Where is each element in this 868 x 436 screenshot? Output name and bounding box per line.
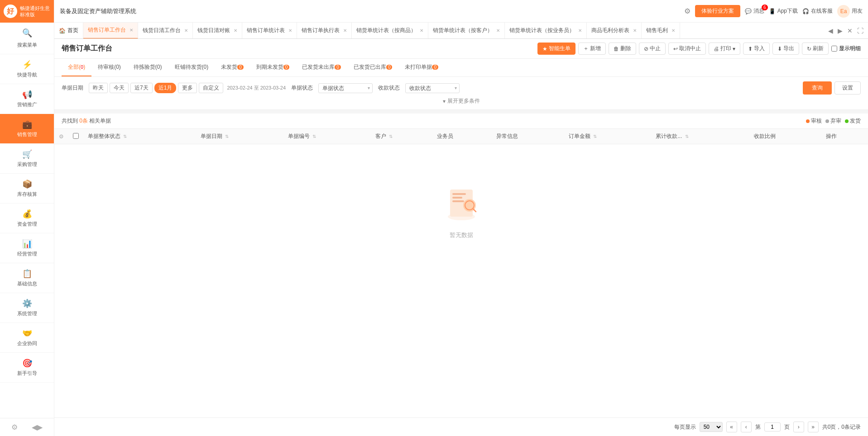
date-btn-custom[interactable]: 自定义 (199, 83, 223, 93)
date-range-display: 2023-02-24 至 2023-03-24 (227, 85, 286, 91)
sub-tab-pending-inspect[interactable]: 待拣验货(0) (127, 59, 168, 76)
online-service-btn[interactable]: 🎧 在线客服 (802, 7, 833, 15)
tab-sales-revenue[interactable]: 销售毛利 ✕ (642, 23, 680, 39)
sidebar-item-guide[interactable]: 🎯 新手引导 (0, 353, 54, 383)
user-menu-btn[interactable]: Ea 用友 (837, 5, 863, 18)
delete-button[interactable]: 🗑 删除 (609, 43, 636, 55)
tab-close-sales-stat-customer[interactable]: ✕ (496, 28, 500, 33)
svg-line-7 (473, 209, 476, 212)
tab-sales-stat-staff[interactable]: 销货单统计表（按业务员） ✕ (505, 23, 587, 39)
sidebar-item-inventory[interactable]: 📦 库存核算 (0, 174, 54, 204)
sub-tab-overdue-not-shipped[interactable]: 到期未发货0 (250, 59, 296, 76)
tab-sales-stat-customer[interactable]: 销货单统计表（按客户） ✕ (428, 23, 505, 39)
show-detail-checkbox[interactable] (831, 46, 837, 52)
page-size-select[interactable]: 50 10 20 100 (700, 422, 723, 432)
sidebar-logo: 好 畅捷通好生意 标准版 (0, 0, 54, 23)
date-btn-yesterday[interactable]: 昨天 (89, 83, 108, 93)
sub-tab-shipped-not-out[interactable]: 已发货未出库0 (296, 59, 347, 76)
page-number-input[interactable] (764, 422, 781, 431)
sub-tab-pending-review[interactable]: 待审核(0) (91, 59, 127, 76)
last-page-btn[interactable]: » (808, 422, 819, 432)
tab-cash-daily[interactable]: 钱货日清工作台 ✕ (138, 23, 193, 39)
audit-action-btn[interactable]: 审核 (806, 117, 822, 125)
th-checkbox[interactable] (68, 129, 83, 144)
payment-select[interactable]: 收款状态 (405, 83, 460, 93)
set-button[interactable]: 设置 (834, 81, 861, 95)
tab-sales-stat[interactable]: 销售订单统计表 ✕ (242, 23, 297, 39)
sidebar-item-search[interactable]: 🔍 搜索菜单 (0, 23, 54, 54)
expand-filter-row: ▾ 展开更多条件 (62, 97, 861, 105)
tab-close-sales-order[interactable]: ✕ (129, 28, 133, 33)
cancel-stop-button[interactable]: ↩ 取消中止 (668, 43, 706, 55)
tab-close-sales-stat-product[interactable]: ✕ (420, 28, 423, 33)
sort-date-icon[interactable]: ⇅ (225, 134, 229, 139)
solution-button[interactable]: 体验行业方案 (695, 5, 740, 17)
sub-tab-all[interactable]: 全部(0) (62, 59, 91, 76)
settings-icon[interactable]: ⚙ (684, 7, 691, 15)
tab-close-sales-exec[interactable]: ✕ (343, 28, 347, 33)
sub-tab-shipped-out[interactable]: 已发货已出库0 (347, 59, 399, 76)
sub-tab-wangpu-pending[interactable]: 旺铺待发货(0) (168, 59, 215, 76)
date-btn-today[interactable]: 今天 (110, 83, 129, 93)
smart-create-button[interactable]: ★ 智能生单 (537, 43, 575, 55)
ship-action-btn[interactable]: 发货 (845, 117, 861, 125)
tab-close-sales-stat-staff[interactable]: ✕ (578, 28, 582, 33)
date-btn-more[interactable]: 更多 (178, 83, 197, 93)
sort-customer-icon[interactable]: ⇅ (389, 134, 393, 139)
table-scroll-container[interactable]: ⚙ 单据整体状态 ⇅ 单据日期 ⇅ (54, 129, 868, 275)
th-settings[interactable]: ⚙ (54, 129, 68, 144)
sidebar-item-system[interactable]: ⚙️ 系统管理 (0, 293, 54, 323)
sidebar-settings-btn[interactable]: ⚙ (11, 423, 18, 431)
print-button[interactable]: 🖨 打印 ▾ (709, 43, 740, 55)
tab-close-all-btn[interactable]: ✕ (845, 26, 854, 35)
status-select[interactable]: 单据状态 (318, 83, 373, 93)
tab-close-gross-margin[interactable]: ✕ (633, 28, 637, 33)
expand-filter-btn[interactable]: ▾ 展开更多条件 (443, 97, 480, 105)
tab-cash-reconcile[interactable]: 钱货日清对账 ✕ (193, 23, 242, 39)
sub-tab-not-shipped[interactable]: 未发货0 (215, 59, 250, 76)
show-detail-toggle[interactable]: 显示明细 (831, 45, 861, 52)
tab-close-sales-revenue[interactable]: ✕ (671, 28, 675, 33)
tab-sales-stat-product[interactable]: 销货单统计表（按商品） ✕ (352, 23, 428, 39)
sort-status-icon[interactable]: ⇅ (123, 134, 127, 139)
sidebar-collapse-btn[interactable]: ◀▶ (32, 423, 43, 431)
date-btn-7days[interactable]: 近7天 (130, 83, 153, 93)
sidebar-item-operations[interactable]: 📊 经营管理 (0, 233, 54, 263)
tab-close-cash-daily[interactable]: ✕ (184, 28, 188, 33)
first-page-btn[interactable]: « (726, 422, 737, 432)
tab-fullscreen-btn[interactable]: ⛶ (855, 26, 865, 35)
import-button[interactable]: ⬆ 导入 (743, 43, 770, 55)
sidebar-item-enterprise[interactable]: 🤝 企业协同 (0, 323, 54, 353)
app-download-btn[interactable]: 📱 App下载 (769, 7, 798, 15)
tab-close-cash-reconcile[interactable]: ✕ (234, 28, 237, 33)
sidebar-item-sales[interactable]: 💼 销售管理 (0, 114, 54, 144)
stop-button[interactable]: ⊘ 中止 (639, 43, 666, 55)
sidebar-item-finance[interactable]: 💰 资金管理 (0, 204, 54, 233)
tab-sales-exec[interactable]: 销售订单执行表 ✕ (297, 23, 352, 39)
prev-page-btn[interactable]: ‹ (741, 422, 752, 432)
sidebar-item-purchase[interactable]: 🛒 采购管理 (0, 144, 54, 174)
next-page-btn[interactable]: › (793, 422, 804, 432)
tab-sales-order[interactable]: 销售订单工作台 ✕ (83, 23, 138, 39)
sort-amount-icon[interactable]: ⇅ (593, 134, 597, 139)
tab-close-sales-stat[interactable]: ✕ (288, 28, 292, 33)
sub-tab-not-printed[interactable]: 未打印单据0 (398, 59, 445, 76)
export-button[interactable]: ⬇ 导出 (772, 43, 799, 55)
sidebar-item-quick-nav[interactable]: ⚡ 快捷导航 (0, 54, 54, 84)
sort-collected-icon[interactable]: ⇅ (685, 134, 689, 139)
sort-number-icon[interactable]: ⇅ (312, 134, 316, 139)
message-btn[interactable]: 💬 消息 6 (745, 7, 764, 15)
tab-home[interactable]: 🏠 首页 (54, 23, 83, 39)
query-button[interactable]: 查询 (803, 81, 832, 95)
select-all-checkbox[interactable] (73, 133, 79, 139)
sidebar-item-base-info[interactable]: 📋 基础信息 (0, 263, 54, 293)
table-head: ⚙ 单据整体状态 ⇅ 单据日期 ⇅ (54, 129, 868, 144)
tab-next-btn[interactable]: ▶ (836, 26, 844, 35)
date-btn-1month[interactable]: 近1月 (154, 83, 177, 93)
tab-gross-margin[interactable]: 商品毛利分析表 ✕ (587, 23, 642, 39)
refresh-button[interactable]: ↻ 刷新 (802, 43, 829, 55)
add-button[interactable]: ＋ 新增 (578, 43, 606, 55)
sidebar-item-marketing[interactable]: 📢 营销推广 (0, 84, 54, 114)
cancel-audit-action-btn[interactable]: 弃审 (825, 117, 841, 125)
tab-prev-btn[interactable]: ◀ (826, 26, 835, 35)
